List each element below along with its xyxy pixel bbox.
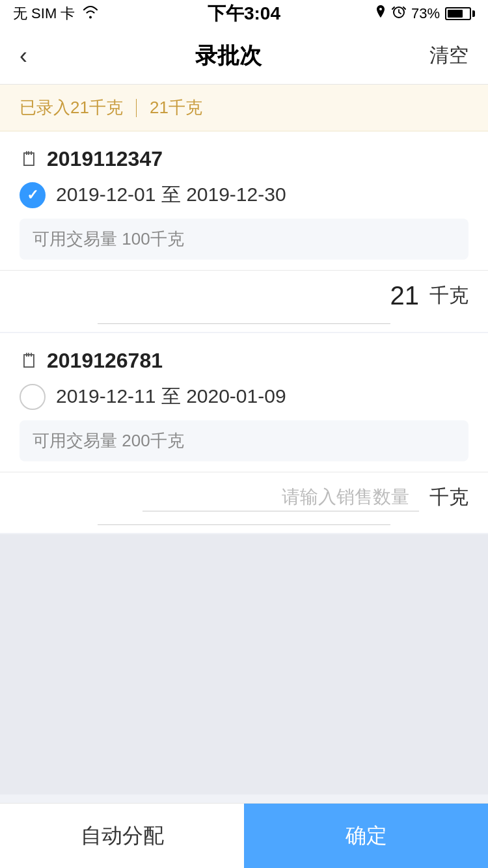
summary-bar: 已录入21千克 21千克: [0, 85, 488, 131]
page-title: 录批次: [195, 41, 262, 71]
status-left: 无 SIM 卡: [13, 4, 100, 23]
checkmark-icon-1: ✓: [27, 187, 38, 204]
available-qty-1: 可用交易量 100千克: [20, 219, 468, 260]
document-icon-1: 🗒: [20, 148, 39, 170]
input-row-2[interactable]: 千克: [0, 472, 488, 524]
confirm-button[interactable]: 确定: [244, 804, 488, 868]
battery-percent: 73%: [411, 5, 440, 22]
nav-bar: ‹ 录批次 清空: [0, 27, 488, 85]
batch-date-2: 2019-12-11 至 2020-01-09: [56, 383, 286, 410]
batch-date-row-2: 2019-12-11 至 2020-01-09: [0, 381, 488, 418]
batch-date-row-1: ✓ 2019-12-01 至 2019-12-30: [0, 179, 488, 216]
unit-label-1: 千克: [429, 282, 468, 309]
alarm-icon: [392, 5, 406, 23]
status-time: 下午3:04: [208, 1, 280, 26]
content-area: 🗒 2019112347 ✓ 2019-12-01 至 2019-12-30 可…: [0, 131, 488, 860]
wifi-icon: [81, 5, 100, 23]
batch-radio-1[interactable]: ✓: [20, 182, 46, 208]
batch-id-2: 2019126781: [47, 349, 163, 373]
auto-distribute-button[interactable]: 自动分配: [0, 804, 244, 868]
back-button[interactable]: ‹: [20, 42, 27, 70]
status-bar: 无 SIM 卡 下午3:04 73%: [0, 0, 488, 27]
batch-header-1: 🗒 2019112347: [0, 131, 488, 179]
bottom-bar: 自动分配 确定: [0, 803, 488, 868]
unit-label-2: 千克: [429, 484, 468, 511]
batch-item-1: 🗒 2019112347 ✓ 2019-12-01 至 2019-12-30 可…: [0, 131, 488, 332]
input-row-1: 21 千克: [0, 270, 488, 323]
batch-date-1: 2019-12-01 至 2019-12-30: [56, 182, 286, 208]
location-icon: [375, 5, 386, 23]
batch-item-2: 🗒 2019126781 2019-12-11 至 2020-01-09 可用交…: [0, 333, 488, 533]
document-icon-2: 🗒: [20, 350, 39, 372]
status-right: 73%: [375, 5, 475, 23]
no-sim-label: 无 SIM 卡: [13, 4, 75, 23]
battery-icon: [445, 7, 475, 20]
summary-value: 21千克: [150, 96, 202, 119]
available-qty-2: 可用交易量 200千克: [20, 420, 468, 461]
batch-id-1: 2019112347: [47, 147, 163, 171]
recorded-label: 已录入21千克: [20, 96, 123, 119]
gray-filler: [0, 534, 488, 794]
qty-input-2[interactable]: [142, 483, 419, 511]
batch-radio-2[interactable]: [20, 384, 46, 410]
clear-button[interactable]: 清空: [429, 42, 468, 69]
summary-divider: [136, 99, 137, 117]
batch-header-2: 🗒 2019126781: [0, 333, 488, 381]
qty-value-1: 21: [367, 281, 419, 310]
